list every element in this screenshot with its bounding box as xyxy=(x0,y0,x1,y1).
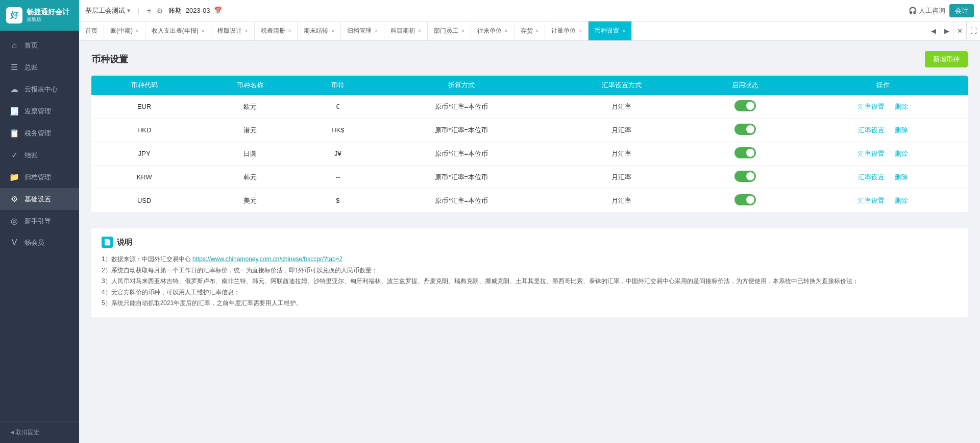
tab-fullscreen-button[interactable]: ⛶ xyxy=(967,21,980,41)
notes-link[interactable]: https://www.chinamoney.com.cn/chinese/bk… xyxy=(192,255,342,263)
sidebar-item-xinshou[interactable]: ◎ 新手引导 xyxy=(0,210,79,232)
chevron-down-icon: ▾ xyxy=(127,7,131,14)
divider: | xyxy=(138,7,139,14)
tab-label-wanglaidan: 往来单位 xyxy=(477,27,502,35)
tab-close-bizhong[interactable]: × xyxy=(622,28,625,34)
tab-zhongqi[interactable]: 账(中期)× xyxy=(104,21,145,41)
cell-code-2: JPY xyxy=(91,142,197,166)
tab-close-muban[interactable]: × xyxy=(245,28,248,34)
sidebar-item-shuiwu[interactable]: 📋 税务管理 xyxy=(0,122,79,144)
cell-symbol-0: € xyxy=(303,95,373,119)
sidebar-item-report[interactable]: ☁ 云报表中心 xyxy=(0,78,79,100)
tab-close-zhongqi[interactable]: × xyxy=(136,28,139,34)
tab-label-qianjie: 期末结转 xyxy=(304,27,328,35)
cell-status-4[interactable] xyxy=(693,189,798,213)
nav-icon-zhangzhang: ☰ xyxy=(9,62,19,72)
company-selector[interactable]: 基层工会测试 ▾ xyxy=(85,6,131,15)
sidebar-item-fapiao[interactable]: 🧾 发票管理 xyxy=(0,100,79,122)
tab-close-guidan[interactable]: × xyxy=(375,28,378,34)
logo-text-block: 畅捷通好会计 旗舰版 xyxy=(27,8,69,24)
tab-close-wanglaidan[interactable]: × xyxy=(505,28,508,34)
cell-calc-1: 原币*汇率=本位币 xyxy=(373,119,550,142)
toggle-thumb-0 xyxy=(746,102,754,110)
toggle-4[interactable] xyxy=(734,194,756,205)
delete-link-4[interactable]: 删除 xyxy=(895,197,908,204)
notes-list: 1）数据来源：中国外汇交易中心 https://www.chinamoney.c… xyxy=(102,254,958,309)
app-name: 畅捷通好会计 xyxy=(27,8,69,16)
toggle-track-4 xyxy=(734,194,756,205)
notes-item-3: 4）无官方牌价的币种，可以用人工维护汇率信息； xyxy=(102,287,958,298)
tab-close-all-button[interactable]: ✕ xyxy=(953,21,967,41)
app-edition: 旗舰版 xyxy=(27,16,69,23)
tab-jiliang[interactable]: 计量单位× xyxy=(545,21,589,41)
topbar-actions: 🎧 人工咨询 会计 xyxy=(909,4,974,17)
sidebar-item-guidan[interactable]: 📁 归档管理 xyxy=(0,166,79,188)
tab-shouru[interactable]: 收入支出表(年报)× xyxy=(145,21,211,41)
delete-link-0[interactable]: 删除 xyxy=(895,103,908,110)
delete-link-3[interactable]: 删除 xyxy=(895,173,908,181)
calendar-icon[interactable]: 📅 xyxy=(214,7,222,14)
tab-label-bizhong: 币种设置 xyxy=(595,27,619,35)
tab-qianjie[interactable]: 期末结转× xyxy=(298,21,341,41)
tab-next-button[interactable]: ▶ xyxy=(940,21,953,41)
tab-close-bumen[interactable]: × xyxy=(461,28,464,34)
rate-setting-link-1[interactable]: 汇率设置 xyxy=(858,126,885,134)
toggle-2[interactable] xyxy=(734,147,756,158)
sidebar-item-jichushezhi[interactable]: ⚙ 基础设置 xyxy=(0,188,79,210)
tab-bumen[interactable]: 部门员工× xyxy=(428,21,471,41)
tab-muban[interactable]: 模版设计× xyxy=(211,21,255,41)
cell-code-3: KRW xyxy=(91,166,197,189)
add-icon[interactable]: + xyxy=(146,6,151,15)
tab-cunkuo[interactable]: 存货× xyxy=(514,21,546,41)
delete-link-2[interactable]: 删除 xyxy=(895,150,908,157)
period-label: 账期 xyxy=(168,6,182,15)
new-currency-button[interactable]: 新增币种 xyxy=(925,51,968,67)
tab-kemu[interactable]: 科目期初× xyxy=(384,21,428,41)
rate-setting-link-0[interactable]: 汇率设置 xyxy=(858,103,885,110)
tab-guidan[interactable]: 归档管理× xyxy=(341,21,384,41)
cell-status-1[interactable] xyxy=(693,119,798,142)
table-row: USD 美元 $ 原币*汇率=本位币 月汇率 汇率设置 删除 xyxy=(91,189,968,213)
notes-icon: 📄 xyxy=(102,237,113,248)
sidebar-item-zhangzhang[interactable]: ☰ 总账 xyxy=(0,56,79,78)
cell-name-2: 日圆 xyxy=(197,142,303,166)
tab-close-jiliang[interactable]: × xyxy=(579,28,582,34)
cell-status-3[interactable] xyxy=(693,166,798,189)
sidebar-item-home[interactable]: ⌂ 首页 xyxy=(0,35,79,56)
tab-wanglaidan[interactable]: 往来单位× xyxy=(471,21,514,41)
toggle-0[interactable] xyxy=(734,100,756,111)
table-row: JPY 日圆 J¥ 原币*汇率=本位币 月汇率 汇率设置 删除 xyxy=(91,142,968,166)
tab-prev-button[interactable]: ◀ xyxy=(927,21,940,41)
settings-icon[interactable]: ⚙ xyxy=(157,7,163,15)
tab-close-qianjie[interactable]: × xyxy=(331,28,334,34)
tab-close-shouru[interactable]: × xyxy=(202,28,205,34)
tab-shuiwu[interactable]: 税表清册× xyxy=(255,21,298,41)
tab-bizhong[interactable]: 币种设置× xyxy=(589,21,632,41)
rate-setting-link-2[interactable]: 汇率设置 xyxy=(858,150,885,157)
role-button[interactable]: 会计 xyxy=(949,4,974,17)
cell-status-2[interactable] xyxy=(693,142,798,166)
rate-setting-link-4[interactable]: 汇率设置 xyxy=(858,197,885,204)
col-header-code: 币种代码 xyxy=(91,76,197,95)
tab-label-zhongqi: 账(中期) xyxy=(110,27,133,35)
sidebar-item-jiezhang[interactable]: ✓ 结账 xyxy=(0,144,79,166)
toggle-3[interactable] xyxy=(734,171,756,182)
nav-label-zhangzhang: 总账 xyxy=(24,63,38,72)
notes-title-text: 说明 xyxy=(117,238,132,247)
tab-home[interactable]: 首页 xyxy=(79,21,104,41)
sidebar-pin-toggle[interactable]: ◄取消固定 xyxy=(0,422,79,443)
notes-item-4: 5）系统只能自动抓取2021年度后的汇率，之前年度汇率需要用人工维护。 xyxy=(102,298,958,309)
help-button[interactable]: 🎧 人工咨询 xyxy=(909,6,945,15)
tab-close-cunkuo[interactable]: × xyxy=(536,28,539,34)
delete-link-1[interactable]: 删除 xyxy=(895,126,908,134)
tab-close-shuiwu[interactable]: × xyxy=(288,28,291,34)
sidebar-item-huiyuan[interactable]: V 畅会员 xyxy=(0,232,79,253)
toggle-1[interactable] xyxy=(734,124,756,135)
tab-label-bumen: 部门员工 xyxy=(434,27,458,35)
tab-label-shouru: 收入支出表(年报) xyxy=(152,27,199,35)
toggle-thumb-2 xyxy=(746,149,754,157)
rate-setting-link-3[interactable]: 汇率设置 xyxy=(858,173,885,181)
tab-close-kemu[interactable]: × xyxy=(418,28,421,34)
cell-status-0[interactable] xyxy=(693,95,798,119)
notes-title-row: 📄 说明 xyxy=(102,237,958,248)
